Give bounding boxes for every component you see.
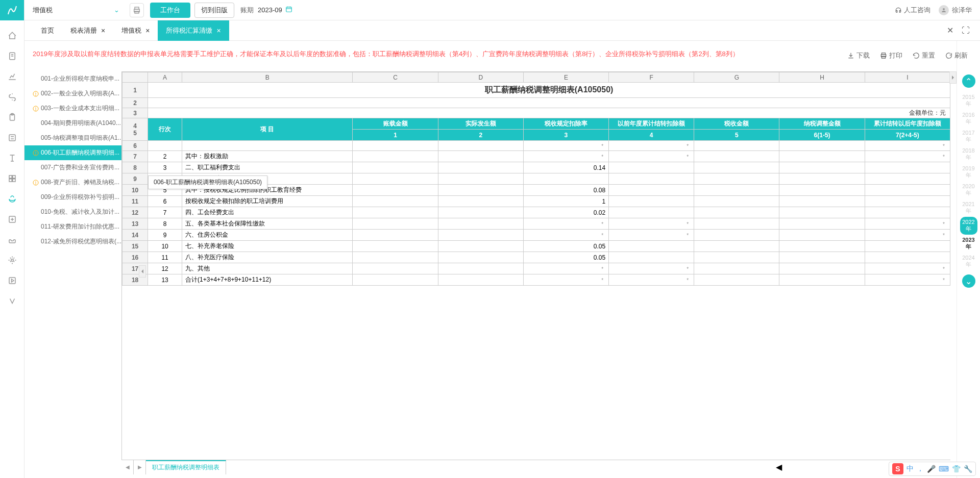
col-header[interactable]: G	[694, 72, 779, 83]
tab[interactable]: 增值税×	[113, 20, 158, 41]
tree-item[interactable]: 004-期间费用明细表(A1040...	[24, 116, 121, 131]
tree-item[interactable]: 001-企业所得税年度纳税申...	[24, 71, 121, 86]
close-all-icon[interactable]: ✕	[945, 23, 955, 37]
tree-item[interactable]: 012-减免所得税优惠明细表(...	[24, 234, 121, 249]
col-header[interactable]: A	[148, 72, 182, 83]
row-header[interactable]: 16	[122, 252, 148, 263]
year-button[interactable]: 2020年	[960, 181, 977, 199]
tree-item[interactable]: 010-免税、减计收入及加计...	[24, 205, 121, 219]
print-button[interactable]: 打印	[880, 51, 902, 60]
tree-item[interactable]: 006-职工薪酬纳税调整明细...	[24, 145, 121, 160]
year-button[interactable]: 2015年	[960, 92, 977, 110]
ime-punct[interactable]: ，	[917, 464, 924, 473]
nav-doc-icon[interactable]	[0, 46, 24, 66]
table-row[interactable]: 8 3 二、职工福利费支出 0.14	[122, 162, 950, 173]
year-button[interactable]: 2024年	[960, 253, 977, 270]
year-button[interactable]: 2019年	[960, 163, 977, 181]
nav-gear-icon[interactable]	[0, 250, 24, 270]
nav-chart-icon[interactable]	[0, 66, 24, 87]
tree-item[interactable]: 008-资产折旧、摊销及纳税...	[24, 175, 121, 190]
row-header[interactable]: 14	[122, 230, 148, 241]
ime-tools-icon[interactable]: 🔧	[964, 465, 972, 473]
col-header[interactable]: C	[353, 72, 438, 83]
help-link[interactable]: 人工咨询	[895, 6, 930, 15]
nav-inbox-icon[interactable]	[0, 230, 24, 250]
year-down-icon[interactable]: ⌄	[962, 274, 975, 288]
reset-button[interactable]: 重置	[913, 51, 935, 60]
table-row[interactable]: 12 7 四、工会经费支出 0.02	[122, 207, 950, 218]
close-icon[interactable]: ×	[145, 27, 150, 35]
year-button[interactable]: 2023年	[960, 235, 977, 253]
user-info[interactable]: 徐泽华	[939, 5, 972, 15]
tree-item[interactable]: 005-纳税调整项目明细表(A1...	[24, 131, 121, 145]
tree-item[interactable]: 003-一般企业成本支出明细...	[24, 101, 121, 116]
close-icon[interactable]: ×	[216, 27, 220, 35]
col-header[interactable]: I	[865, 72, 950, 83]
row-header[interactable]: 8	[122, 162, 148, 173]
year-up-icon[interactable]: ⌃	[962, 74, 975, 88]
year-button[interactable]: 2021年	[960, 199, 977, 217]
row-header[interactable]: 11	[122, 196, 148, 207]
nav-home-icon[interactable]	[0, 26, 24, 46]
row-header[interactable]: 9	[122, 173, 148, 185]
table-row[interactable]: 14 9 六、住房公积金 * * *	[122, 230, 950, 241]
col-header[interactable]: D	[438, 72, 523, 83]
row-header[interactable]: 13	[122, 218, 148, 230]
nav-grid-icon[interactable]	[0, 168, 24, 189]
nav-text-icon[interactable]	[0, 148, 24, 168]
ime-lang[interactable]: 中	[906, 464, 914, 473]
table-row[interactable]: 13 8 五、各类基本社会保障性缴款 * * *	[122, 218, 950, 230]
col-header[interactable]: F	[609, 72, 694, 83]
row-header[interactable]: 45	[122, 118, 148, 141]
row-header[interactable]: 3	[122, 108, 148, 118]
year-button[interactable]: 2016年	[960, 110, 977, 128]
sheet-tab[interactable]: 职工薪酬纳税调整明细表	[146, 460, 226, 474]
close-icon[interactable]: ×	[101, 27, 105, 35]
tab[interactable]: 税表清册×	[62, 20, 113, 41]
nav-money-icon[interactable]	[0, 87, 24, 107]
col-header[interactable]: H	[779, 72, 865, 83]
ime-mic-icon[interactable]: 🎤	[927, 465, 936, 473]
year-button[interactable]: 2018年	[960, 145, 977, 163]
nav-clipboard-icon[interactable]	[0, 107, 24, 128]
nav-export-icon[interactable]	[0, 209, 24, 230]
switch-old-button[interactable]: 切到旧版	[194, 3, 234, 18]
ime-skin-icon[interactable]: 👕	[952, 465, 961, 473]
download-button[interactable]: 下载	[847, 51, 870, 60]
module-dropdown[interactable]: 增值税 ⌄	[33, 6, 119, 15]
nav-list-icon[interactable]	[0, 128, 24, 148]
table-row[interactable]: 7 2 其中：股权激励 * * *	[122, 151, 950, 162]
year-button[interactable]: 2017年	[960, 128, 977, 145]
table-row[interactable]: 6 * * *	[122, 141, 950, 151]
table-row[interactable]: 15 10 七、补充养老保险 0.05	[122, 241, 950, 252]
nav-bowl-icon[interactable]	[0, 189, 24, 209]
sheet-next-icon[interactable]: ▶	[134, 460, 146, 474]
table-row[interactable]: 11 6 按税收规定全额扣除的职工培训费用 1	[122, 196, 950, 207]
print-icon-button[interactable]	[130, 3, 144, 17]
row-header[interactable]: 10	[122, 185, 148, 196]
sheet-prev-icon[interactable]: ◀	[121, 460, 134, 474]
table-row[interactable]: 16 11 八、补充医疗保险 0.05	[122, 252, 950, 263]
table-row[interactable]: 18 13 合计(1+3+4+7+8+9+10+11+12) * * *	[122, 274, 950, 286]
tree-item[interactable]: 011-研发费用加计扣除优惠...	[24, 219, 121, 234]
nav-v-icon[interactable]	[0, 291, 24, 311]
logo[interactable]	[0, 0, 24, 20]
ime-toolbar[interactable]: S 中 ， 🎤 ⌨ 👕 🔧	[889, 462, 976, 476]
tree-item[interactable]: 002-一般企业收入明细表(A...	[24, 86, 121, 101]
row-header[interactable]: 12	[122, 207, 148, 218]
expand-handle-right[interactable]	[949, 71, 957, 84]
calendar-icon[interactable]	[285, 6, 292, 15]
collapse-handle[interactable]	[139, 265, 146, 278]
workbench-button[interactable]: 工作台	[150, 3, 190, 18]
tab[interactable]: 所得税汇算清缴×	[158, 20, 229, 41]
year-button[interactable]: 2022年	[960, 217, 977, 235]
nav-play-icon[interactable]	[0, 270, 24, 291]
refresh-button[interactable]: 刷新	[945, 51, 968, 60]
row-header[interactable]: 2	[122, 98, 148, 108]
tree-item[interactable]: 007-广告费和业务宣传费跨...	[24, 160, 121, 175]
row-header[interactable]: 7	[122, 151, 148, 162]
col-header[interactable]: E	[523, 72, 608, 83]
tree-item[interactable]: 009-企业所得税弥补亏损明...	[24, 190, 121, 205]
row-header[interactable]: 15	[122, 241, 148, 252]
tab[interactable]: 首页	[33, 20, 62, 41]
